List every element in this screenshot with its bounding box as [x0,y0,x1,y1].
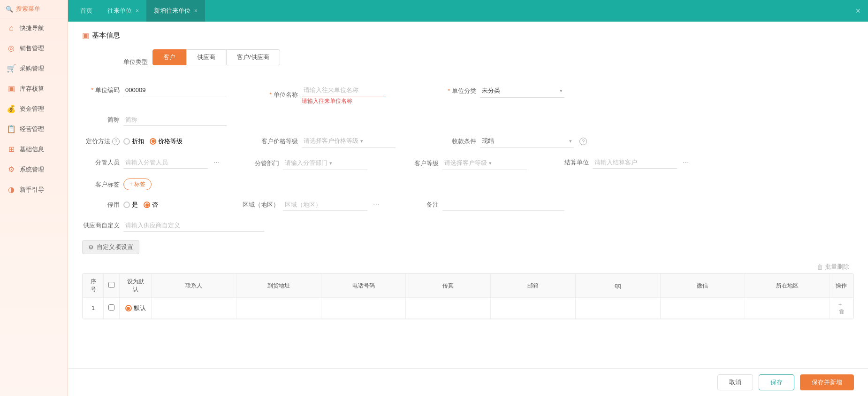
type-btn-supplier[interactable]: 供应商 [186,49,226,65]
window-close-button[interactable]: × [853,6,863,16]
wechat-input[interactable] [665,305,740,312]
sidebar-item-purchase[interactable]: 🛒 采购管理 [0,58,68,78]
sidebar-item-quick-nav[interactable]: ⌂ 快捷导航 [0,18,68,38]
pricing-help-icon[interactable]: ? [112,138,120,145]
sales-icon: ◎ [7,44,16,53]
remark-input[interactable] [442,199,564,211]
custom-settings-button[interactable]: ⚙ 自定义项设置 [82,240,139,254]
customer-price-placeholder: 请选择客户价格等级 [304,137,358,145]
home-icon: ⌂ [7,24,16,32]
region-table-input[interactable] [750,305,825,312]
customer-level-select[interactable]: 请选择客户等级 ▾ [442,156,527,170]
unit-name-label: * 单位名称 [260,91,298,99]
settlement-unit-dots-button[interactable]: ··· [681,158,691,167]
sidebar-item-system[interactable]: ⚙ 系统管理 [0,159,68,179]
tab-partners-close[interactable]: × [136,8,139,14]
contact-input[interactable] [156,305,231,312]
cell-qq[interactable] [575,298,660,319]
add-tag-button[interactable]: + 标签 [123,179,152,190]
payment-terms-help-icon[interactable]: ? [579,138,587,145]
customer-level-label: 客户等级 [401,159,439,168]
type-btn-both[interactable]: 客户/供应商 [226,49,280,65]
purchase-icon: 🛒 [7,64,16,73]
col-checkbox[interactable] [104,274,120,298]
form-row-tags: 客户标签 + 标签 [82,179,854,190]
customer-price-select[interactable]: 请选择客户价格等级 ▾ [302,134,396,148]
unit-category-select[interactable]: 未分类 ▾ [480,84,564,98]
add-row-button[interactable]: + [838,301,842,308]
cell-checkbox[interactable] [104,298,120,319]
select-all-checkbox[interactable] [108,282,114,288]
batch-delete-button[interactable]: 🗑 批量删除 [817,263,849,271]
sidebar-label-finance: 资金管理 [20,105,44,113]
delete-row-button[interactable]: 🗑 [838,308,845,315]
unit-name-input[interactable] [302,84,386,96]
sidebar-label-inventory: 库存核算 [20,85,44,93]
sidebar-item-sales[interactable]: ◎ 销售管理 [0,38,68,58]
region-input[interactable] [283,199,367,211]
cell-email[interactable] [491,298,576,319]
tab-new-partner-close[interactable]: × [194,8,198,14]
unit-name-error: 请输入往来单位名称 [302,97,386,105]
tab-partners[interactable]: 往来单位 × [100,0,146,22]
address-input[interactable] [241,305,316,312]
pricing-discount-option[interactable]: 折扣 [123,137,144,146]
save-button[interactable]: 保存 [759,374,794,390]
cell-address[interactable] [236,298,321,319]
finance-icon: 💰 [7,104,16,113]
cell-region[interactable] [745,298,830,319]
sidebar-item-operations[interactable]: 📋 经营管理 [0,119,68,139]
cell-fax[interactable] [406,298,491,319]
department-field: 分管部门 请输入分管部门 ▾ [242,156,401,170]
cell-phone[interactable] [321,298,406,319]
disabled-no-option[interactable]: 否 [144,201,158,209]
cell-contact[interactable] [152,298,236,319]
batch-delete-icon: 🗑 [817,264,823,271]
sidebar-item-inventory[interactable]: ▣ 库存核算 [0,78,68,99]
manager-input[interactable] [123,156,208,169]
email-input[interactable] [495,305,571,312]
search-menu[interactable]: 🔍 搜索菜单 [0,0,68,18]
default-radio[interactable]: 默认 [124,304,146,312]
pricing-grade-option[interactable]: 价格等级 [150,137,183,146]
form-row-pricing: 定价方法 ? 折扣 价格等级 客户价格等级 请选择客户价 [82,134,854,148]
col-email: 邮箱 [491,274,576,298]
tab-new-partner[interactable]: 新增往来单位 × [146,0,205,22]
disabled-field: 停用 是 否 [82,201,242,209]
settlement-unit-input[interactable] [593,156,677,169]
operations-icon: 📋 [7,124,16,133]
section-header: ▣ 基本信息 [82,31,854,40]
region-dots-button[interactable]: ··· [371,201,381,209]
manager-dots-button[interactable]: ··· [212,158,221,167]
customer-level-field: 客户等级 请选择客户等级 ▾ [401,156,551,170]
sidebar-item-basics[interactable]: ⊞ 基础信息 [0,139,68,159]
unit-code-input[interactable] [123,84,227,96]
disabled-yes-option[interactable]: 是 [123,201,138,209]
sidebar-item-guide[interactable]: ◑ 新手引导 [0,179,68,200]
sidebar-item-finance[interactable]: 💰 资金管理 [0,99,68,119]
disabled-label: 停用 [82,201,120,209]
sidebar-label-quick-nav: 快捷导航 [20,24,44,32]
unit-code-label: * 单位编码 [82,86,120,94]
save-new-button[interactable]: 保存并新增 [800,374,854,390]
cancel-button[interactable]: 取消 [717,374,753,390]
tab-home[interactable]: 首页 [73,0,100,22]
grade-radio-circle [150,138,156,145]
customer-level-chevron: ▾ [489,160,492,166]
payment-terms-select[interactable]: 现结 ▾ [480,134,574,148]
alias-field: 简称 [82,114,260,126]
fax-input[interactable] [411,305,486,312]
region-label: 区域（地区） [242,201,279,209]
department-select[interactable]: 请输入分管部门 ▾ [283,156,367,170]
supplier-custom-input[interactable] [123,219,264,232]
phone-input[interactable] [326,305,401,312]
cell-wechat[interactable] [660,298,745,319]
row-checkbox[interactable] [108,304,114,311]
unit-category-label: * 单位分类 [439,87,476,95]
qq-input[interactable] [580,305,655,312]
unit-code-field: * 单位编码 [82,84,260,96]
cell-default[interactable]: 默认 [120,298,152,319]
alias-input[interactable] [123,114,227,126]
discount-label: 折扣 [132,137,144,146]
type-btn-customer[interactable]: 客户 [152,49,186,65]
